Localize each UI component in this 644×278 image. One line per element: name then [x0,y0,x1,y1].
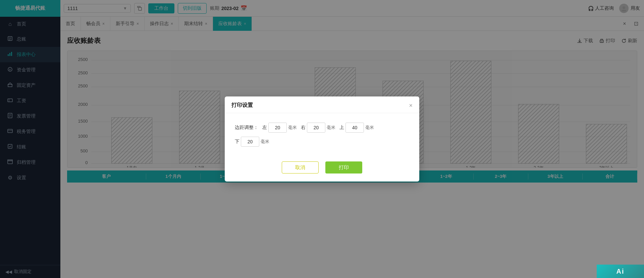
dialog-title: 打印设置 [231,102,253,109]
margin-right-group: 右 毫米 [301,123,335,133]
left-margin-input[interactable] [268,123,287,133]
right-margin-input[interactable] [307,123,325,133]
bottom-margin-input[interactable] [241,137,259,147]
print-settings-dialog: 打印设置 × 边距调整： 左 毫米 右 毫米 上 毫米 [225,96,419,182]
right-label: 右 [301,125,306,131]
dialog-body: 边距调整： 左 毫米 右 毫米 上 毫米 下 [225,113,419,156]
right-unit: 毫米 [327,125,335,131]
ai-label: Ai [616,268,625,275]
bottom-unit: 毫米 [261,139,269,145]
left-unit: 毫米 [288,125,297,131]
margin-row: 边距调整： 左 毫米 右 毫米 上 毫米 下 [235,123,409,147]
top-margin-input[interactable] [345,123,364,133]
top-label: 上 [339,125,344,131]
dialog-footer: 取消 打印 [225,156,419,182]
margin-bottom-group: 下 毫米 [235,137,269,147]
margin-left-group: 左 毫米 [262,123,297,133]
confirm-print-button[interactable]: 打印 [325,161,362,173]
ai-badge[interactable]: Ai [597,265,644,278]
margin-adjustment-label: 边距调整： [235,125,258,131]
cancel-button[interactable]: 取消 [282,161,319,173]
dialog-header: 打印设置 × [225,96,419,113]
left-label: 左 [262,125,267,131]
top-unit: 毫米 [365,125,374,131]
margin-top-group: 上 毫米 [339,123,374,133]
dialog-close-button[interactable]: × [409,102,413,109]
modal-overlay[interactable]: 打印设置 × 边距调整： 左 毫米 右 毫米 上 毫米 [0,0,644,278]
bottom-label: 下 [235,139,239,145]
